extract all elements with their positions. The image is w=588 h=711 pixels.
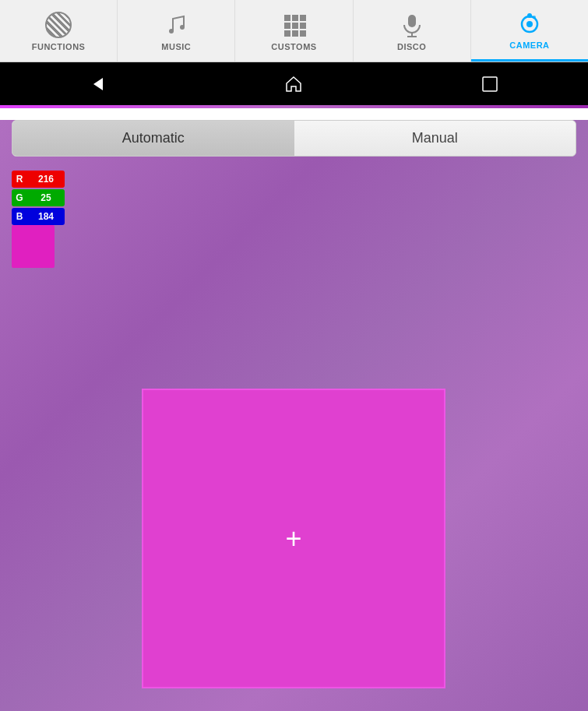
add-icon: + [285,525,301,553]
red-value-badge: R 216 [12,171,65,188]
nav-item-camera[interactable]: CAMERA [471,0,588,62]
music-icon [162,11,190,39]
svg-marker-18 [93,78,103,90]
tab-manual[interactable]: Manual [294,121,576,156]
svg-rect-6 [292,23,298,29]
top-navigation: FUNCTIONS MUSIC CUSTOM [0,0,588,62]
svg-rect-10 [300,30,306,37]
color-swatch [12,225,55,268]
main-content: Automatic Manual R 216 G 25 B 184 + [0,120,588,711]
recents-button[interactable] [474,69,505,100]
svg-rect-4 [300,15,306,21]
svg-rect-9 [292,30,298,37]
svg-point-0 [169,29,174,33]
microphone-icon [398,11,426,39]
svg-rect-3 [292,15,298,21]
nav-item-functions[interactable]: FUNCTIONS [0,0,118,62]
camera-capture-box[interactable]: + [142,389,445,688]
blue-number: 184 [27,208,65,225]
svg-rect-5 [284,23,290,29]
back-button[interactable] [83,69,114,100]
customs-label: CUSTOMS [271,42,316,51]
green-number: 25 [27,189,65,206]
music-label: MUSIC [161,42,191,51]
svg-rect-2 [284,15,290,21]
green-label: G [12,189,27,206]
svg-point-15 [526,21,533,27]
functions-label: FUNCTIONS [32,42,86,51]
blue-value-badge: B 184 [12,208,65,225]
rgb-values: R 216 G 25 B 184 [12,171,65,225]
red-number: 216 [27,171,65,188]
svg-rect-8 [284,30,290,37]
android-navigation [0,62,588,105]
svg-marker-19 [287,77,301,91]
tab-automatic[interactable]: Automatic [12,121,294,156]
color-strip [0,105,588,108]
svg-rect-7 [300,23,306,29]
tab-selector: Automatic Manual [12,120,576,157]
svg-rect-11 [408,15,416,27]
svg-point-17 [533,16,536,19]
disco-label: DISCO [397,42,426,51]
blue-label: B [12,208,27,225]
camera-icon [516,9,544,37]
svg-rect-20 [483,77,497,91]
functions-icon [44,11,72,39]
grid-icon [280,11,308,39]
home-button[interactable] [278,69,309,100]
nav-item-disco[interactable]: DISCO [354,0,471,62]
nav-item-music[interactable]: MUSIC [118,0,235,62]
svg-point-16 [527,13,532,18]
svg-point-1 [180,25,185,30]
camera-label: CAMERA [509,40,549,50]
nav-item-customs[interactable]: CUSTOMS [235,0,353,62]
green-value-badge: G 25 [12,189,65,206]
red-label: R [12,171,27,188]
